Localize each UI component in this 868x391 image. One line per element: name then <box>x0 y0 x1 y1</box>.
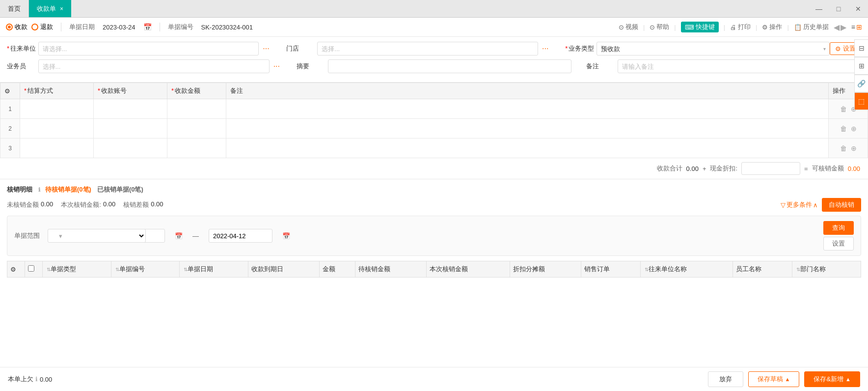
tab-close-icon[interactable]: × <box>60 5 63 12</box>
rp-expand-icon[interactable]: ⬚ <box>854 92 868 110</box>
save-draft-button[interactable]: 保存草稿 ▲ <box>748 371 800 387</box>
row-num-3: 3 <box>0 139 20 158</box>
copy-row-2-icon[interactable]: ⊕ <box>851 125 857 133</box>
delete-row-2-icon[interactable]: 🗑 <box>840 125 847 133</box>
form-row-2: 业务员 ··· 摘要 备注 <box>7 59 861 73</box>
unverified-value: 0.00 <box>41 200 53 209</box>
note-input[interactable] <box>618 59 861 73</box>
store-input[interactable] <box>317 42 538 56</box>
calendar-icon[interactable]: 📅 <box>143 23 152 31</box>
store-more-btn[interactable]: ··· <box>540 44 550 53</box>
pending-tab[interactable]: 待核销单据(0笔) <box>45 185 91 194</box>
select-all-checkbox[interactable] <box>28 265 34 272</box>
table-settings-icon[interactable]: ⚙ <box>0 83 20 99</box>
help-btn[interactable]: ⊙ 帮助 <box>650 23 669 31</box>
done-tab[interactable]: 已核销单据(0笔) <box>97 185 143 194</box>
footer-info-icon[interactable]: ℹ <box>35 376 38 383</box>
discount-input[interactable] <box>741 162 800 175</box>
cell-settlement-1[interactable] <box>20 99 94 119</box>
save-new-button[interactable]: 保存&新增 ▲ <box>804 371 860 387</box>
cell-amount-3[interactable] <box>167 139 226 158</box>
divider-1 <box>61 23 61 31</box>
radio-receive[interactable]: 收款 <box>6 23 27 31</box>
remark-input-3[interactable] <box>226 139 828 158</box>
settlement-input-2[interactable] <box>20 119 93 138</box>
shortcut-btn[interactable]: ⌨ 快捷键 <box>681 22 719 32</box>
cell-amount-2[interactable] <box>167 119 226 139</box>
settlement-input-1[interactable] <box>20 99 93 118</box>
maximize-button[interactable]: □ <box>829 0 848 18</box>
filter-date-to[interactable] <box>209 229 272 243</box>
history-btn[interactable]: 📋 历史单据 <box>794 23 829 31</box>
verify-info-icon[interactable]: ℹ <box>38 187 40 193</box>
amount-input-1[interactable] <box>167 99 226 118</box>
cell-remark-3[interactable] <box>226 139 829 158</box>
counterpart-input[interactable] <box>38 42 259 56</box>
next-page-btn[interactable]: ▶ <box>841 23 846 32</box>
cell-settlement-3[interactable] <box>20 139 94 158</box>
available-label: 可核销金额 <box>812 164 844 173</box>
radio-refund-dot <box>31 24 38 30</box>
close-button[interactable]: ✕ <box>848 0 868 18</box>
video-btn[interactable]: ⊙ 视频 <box>619 23 638 31</box>
radio-refund[interactable]: 退款 <box>31 23 53 31</box>
delete-row-3-icon[interactable]: 🗑 <box>840 144 847 152</box>
radio-receive-dot <box>6 24 13 30</box>
date-value: 2023-03-24 <box>103 24 136 31</box>
bottom-table: ⚙ ⇅单据类型 ⇅单据编号 ⇅单据日期 收款到期日 <box>7 261 861 278</box>
operation-btn[interactable]: ⚙ 操作 <box>762 23 782 31</box>
account-input-2[interactable] <box>94 119 167 138</box>
tab-home[interactable]: 首页 <box>0 0 29 17</box>
tab-receipt[interactable]: 收款单 × <box>29 0 71 17</box>
chevron-up-icon: ∧ <box>813 201 818 209</box>
minimize-button[interactable]: — <box>809 0 829 18</box>
diff-value: 0.00 <box>151 200 163 209</box>
cell-account-2[interactable] <box>94 119 167 139</box>
calendar-from-icon[interactable]: 📅 <box>175 232 183 240</box>
list-layout-btn[interactable]: ≡ <box>851 23 855 31</box>
remark-input-2[interactable] <box>226 119 828 138</box>
cell-remark-2[interactable] <box>226 119 829 139</box>
settlement-input-3[interactable] <box>20 139 93 158</box>
cell-account-3[interactable] <box>94 139 167 158</box>
more-conditions-btn[interactable]: ▽ 更多条件 ∧ <box>781 200 818 209</box>
discard-button[interactable]: 放弃 <box>708 371 743 387</box>
cell-settlement-2[interactable] <box>20 119 94 139</box>
print-icon: 🖨 <box>730 24 736 31</box>
rp-table-icon[interactable]: ⊟ <box>854 39 868 57</box>
footer-bar: 本单上欠 ℹ 0.00 放弃 保存草稿 ▲ 保存&新增 ▲ <box>0 367 868 391</box>
counterpart-more-btn[interactable]: ··· <box>261 44 271 53</box>
amount-input-3[interactable] <box>167 139 226 158</box>
copy-row-3-icon[interactable]: ⊕ <box>851 144 857 152</box>
remark-input-1[interactable] <box>226 99 828 118</box>
filter-range-select[interactable] <box>48 229 146 243</box>
verify-tabs: 待核销单据(0笔) 已核销单据(0笔) <box>45 185 143 194</box>
footer-info: 本单上欠 ℹ 0.00 <box>8 375 52 384</box>
bottom-table-settings-icon[interactable]: ⚙ <box>7 261 25 278</box>
cell-remark-1[interactable] <box>226 99 829 119</box>
agent-input[interactable] <box>38 59 270 73</box>
calendar-to-icon[interactable]: 📅 <box>282 232 290 240</box>
counterpart-field: *往来单位 ··· <box>7 42 271 56</box>
cell-account-1[interactable] <box>94 99 167 119</box>
filter-row: 单据范围 ▾ 到期日 📅 — 📅 查询 设置 <box>7 216 861 256</box>
layout-btns: ≡ ⊞ <box>851 23 862 31</box>
grid-layout-btn[interactable]: ⊞ <box>856 23 862 31</box>
business-type-select[interactable]: 预收款 <box>597 42 830 56</box>
query-button[interactable]: 查询 <box>823 221 854 235</box>
current-verify-label: 本次核销金额: <box>61 200 101 209</box>
account-input-1[interactable] <box>94 99 167 118</box>
amount-input-2[interactable] <box>167 119 226 138</box>
rp-link-icon[interactable]: 🔗 <box>854 75 868 92</box>
prev-page-btn[interactable]: ◀ <box>834 23 840 32</box>
rp-print-icon[interactable]: ⊞ <box>854 57 868 75</box>
agent-more-btn[interactable]: ··· <box>271 62 282 71</box>
account-input-3[interactable] <box>94 139 167 158</box>
summary-input[interactable] <box>328 59 571 73</box>
counterpart-label: *往来单位 <box>7 44 36 53</box>
print-btn[interactable]: 🖨 打印 <box>730 23 751 31</box>
delete-row-1-icon[interactable]: 🗑 <box>840 105 847 113</box>
cell-amount-1[interactable] <box>167 99 226 119</box>
filter-settings-button[interactable]: 设置 <box>823 237 854 251</box>
auto-verify-button[interactable]: 自动核销 <box>822 198 861 212</box>
